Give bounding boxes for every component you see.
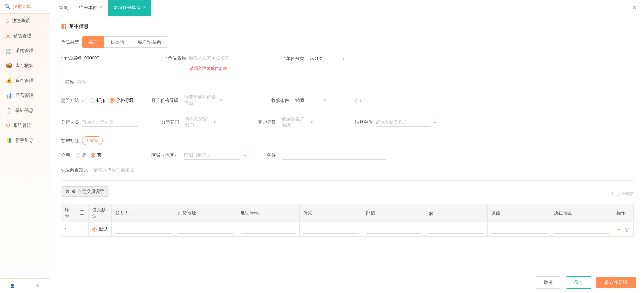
batch-delete-button[interactable]: ☐ 批量删除 xyxy=(612,191,634,197)
row-delete-icon[interactable]: 🗑 xyxy=(625,227,630,233)
save-button[interactable]: 保存 xyxy=(566,276,592,289)
phone-input[interactable] xyxy=(241,225,296,234)
col-seq: 序号 xyxy=(61,204,76,222)
sidebar-item-label: 新手引导 xyxy=(15,137,33,144)
custom-settings-label: ⚙ 自定义项设置 xyxy=(72,188,104,195)
unit-type-customer-btn[interactable]: 客户 xyxy=(82,36,104,48)
tab-partners-close-icon[interactable]: ✕ xyxy=(99,5,102,10)
sidebar-item-sales[interactable]: ◎ 销售管理 xyxy=(0,28,50,43)
default-radio-circle[interactable] xyxy=(92,227,97,232)
form-row-unit-type: 单位类型 客户 供应商 客户/供应商 xyxy=(61,36,634,48)
main-content: 首页 往来单位 ✕ 新增往来单位 ✕ ✕ ◧ 基本信息 单位类型 客户 供应商 xyxy=(50,0,644,293)
pricing-method-label: 定价方法 xyxy=(61,97,79,104)
row-checkbox[interactable] xyxy=(80,227,84,231)
col-contact: 联系人 xyxy=(112,204,174,222)
supplier-custom-input[interactable] xyxy=(94,166,181,174)
section-title-text: 基本信息 xyxy=(69,23,88,30)
col-qq: qq xyxy=(425,204,488,222)
customer-price-level-label: 客户价格等级 xyxy=(151,97,179,104)
payment-condition-help-icon[interactable]: ? xyxy=(355,98,361,103)
customer-price-level-placeholder: 请选择客户价格等级 xyxy=(184,94,218,106)
table-header-checkbox[interactable] xyxy=(80,210,84,215)
section-basic-info-title: ◧ 基本信息 xyxy=(61,23,634,30)
sidebar-item-basic-info[interactable]: 📋 基础信息 xyxy=(0,103,50,118)
sidebar-item-quick-nav[interactable]: ⌂ 快捷导航 xyxy=(0,14,50,28)
contact-input[interactable] xyxy=(115,225,171,234)
address-input[interactable] xyxy=(178,225,233,234)
payment-condition-select[interactable]: 现结 ▾ xyxy=(295,96,351,105)
tab-new-partner[interactable]: 新增往来单位 ✕ xyxy=(108,0,151,16)
remarks-input[interactable] xyxy=(282,151,386,160)
fax-input[interactable] xyxy=(303,225,359,234)
unit-code-input[interactable] xyxy=(84,54,143,62)
disabled-yes-radio[interactable]: 是 xyxy=(76,152,86,158)
region-more-icon[interactable]: ··· xyxy=(243,153,246,158)
unit-type-buttons: 客户 供应商 客户/供应商 xyxy=(82,36,168,48)
sidebar-item-operation[interactable]: 📊 经营管理 xyxy=(0,88,50,103)
unit-category-label: *单位分类 xyxy=(284,56,304,62)
manager-more-icon[interactable]: ··· xyxy=(140,120,144,125)
tab-home[interactable]: 首页 xyxy=(53,0,73,16)
email-input[interactable] xyxy=(366,225,421,234)
wechat-input[interactable] xyxy=(491,225,547,234)
sidebar-item-system[interactable]: ⚙ 系统管理 xyxy=(0,118,50,133)
cell-wechat[interactable] xyxy=(488,222,550,237)
unit-category-select[interactable]: 未分类 ▾ xyxy=(310,54,372,63)
payment-condition-group: 收款条件 现结 ▾ ? xyxy=(271,96,361,105)
col-phone: 电话号码 xyxy=(237,204,300,222)
disabled-no-radio[interactable]: 否 xyxy=(91,152,101,158)
save-new-button[interactable]: 保存并新增 xyxy=(596,277,636,288)
batch-delete-label: 批量删除 xyxy=(617,191,634,196)
unit-name-error: 请输入往来单位名称 xyxy=(190,66,227,72)
short-name-input[interactable] xyxy=(77,78,136,86)
cell-region[interactable] xyxy=(550,222,613,237)
settlement-unit-input[interactable] xyxy=(376,118,431,127)
sidebar-search[interactable]: 🔍 搜索菜单 xyxy=(0,0,50,14)
sidebar-item-guide[interactable]: 🔰 新手引导 xyxy=(0,133,50,148)
pricing-discount-radio[interactable]: 折扣 xyxy=(90,97,105,104)
disabled-radio-group: 是 否 xyxy=(76,152,101,158)
region-input[interactable] xyxy=(184,151,240,160)
tag-add-button[interactable]: + 标签 xyxy=(82,136,103,145)
pricing-method-help-icon[interactable]: ? xyxy=(82,98,87,103)
purchase-icon: 🛒 xyxy=(6,47,13,54)
sidebar-item-inventory[interactable]: 📦 库存核算 xyxy=(0,58,50,73)
unit-name-input[interactable] xyxy=(189,54,258,62)
cell-contact[interactable] xyxy=(112,222,174,237)
cell-address[interactable] xyxy=(174,222,237,237)
sidebar-item-purchase[interactable]: 🛒 采购管理 xyxy=(0,43,50,58)
unit-type-both-btn[interactable]: 客户/供应商 xyxy=(131,36,168,48)
pricing-level-radio[interactable]: 价格等级 xyxy=(110,97,134,104)
row-add-icon[interactable]: ＋ xyxy=(616,226,622,233)
customer-price-level-select[interactable]: 请选择客户价格等级 ▾ xyxy=(184,92,254,108)
default-label: 默认 xyxy=(99,226,108,233)
disabled-no-label: 否 xyxy=(97,152,101,158)
settlement-unit-group: 结算单位 ··· xyxy=(355,118,438,127)
window-close-button[interactable]: ✕ xyxy=(628,4,641,12)
custom-settings-button[interactable]: ⚙ ⚙ 自定义项设置 xyxy=(61,186,109,197)
contacts-table: 序号 设为默认 联系人 到货地址 电话号码 传真 邮箱 qq 微信 所在地区 操… xyxy=(61,204,634,237)
qq-input[interactable] xyxy=(429,225,484,234)
sidebar-item-finance[interactable]: 💰 资金管理 xyxy=(0,73,50,88)
disabled-yes-label: 是 xyxy=(82,152,86,158)
tab-new-partner-close-icon[interactable]: ✕ xyxy=(143,5,146,10)
guide-icon: 🔰 xyxy=(6,137,13,144)
cancel-button[interactable]: 取消 xyxy=(535,276,561,289)
settlement-more-icon[interactable]: ··· xyxy=(434,120,438,125)
sidebar-bottom-settings[interactable]: ⚙ xyxy=(25,282,50,290)
region-table-input[interactable] xyxy=(554,225,609,234)
manager-input[interactable] xyxy=(82,118,138,127)
cell-fax[interactable] xyxy=(300,222,362,237)
cell-phone[interactable] xyxy=(237,222,300,237)
remarks-group: 备注 xyxy=(267,151,386,160)
cell-qq[interactable] xyxy=(425,222,488,237)
form-row-manager: 分管人员 ··· 分管部门 请输入分管部门 ▾ 客户等级 请选择客户等级 ▾ 结… xyxy=(61,114,634,130)
tab-partners[interactable]: 往来单位 ✕ xyxy=(73,0,108,16)
customer-price-level-group: 客户价格等级 请选择客户价格等级 ▾ xyxy=(151,92,254,108)
cell-email[interactable] xyxy=(362,222,425,237)
unit-type-supplier-btn[interactable]: 供应商 xyxy=(104,36,131,48)
dept-select[interactable]: 请输入分管部门 ▾ xyxy=(185,114,241,130)
sidebar-bottom-user[interactable]: 👤 xyxy=(0,282,25,290)
customer-level-select[interactable]: 请选择客户等级 ▾ xyxy=(282,114,337,130)
manager-label: 分管人员 xyxy=(61,119,79,125)
